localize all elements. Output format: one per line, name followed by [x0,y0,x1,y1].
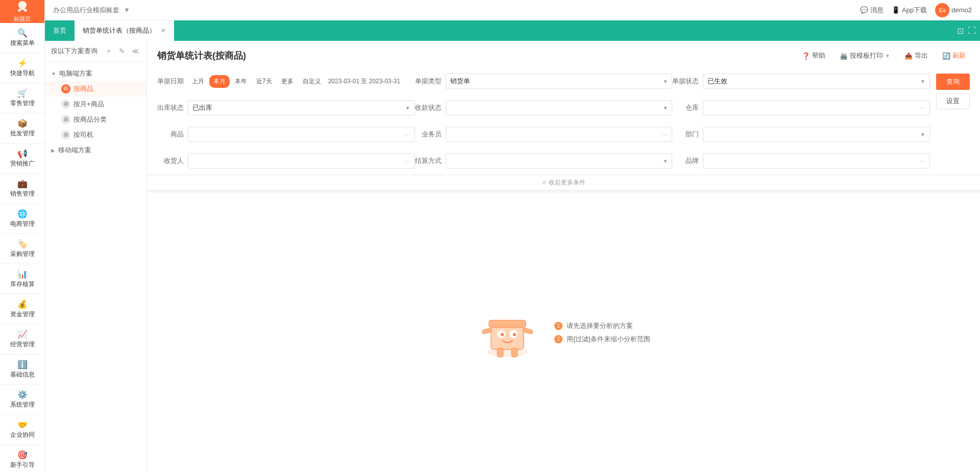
add-scheme-button[interactable]: ＋ [104,46,114,56]
tab-home[interactable]: 首页 [45,20,75,41]
sidebar-item-purchase[interactable]: 🏷️ 采购管理 [0,234,44,264]
filter-doc-type-input[interactable]: 销货单 ▼ [446,74,673,89]
sidebar-item-inventory[interactable]: 📊 库存核算 [0,264,44,294]
sidebar-item-wholesale-label: 批发管理 [2,129,42,138]
sidebar-item-enterprise[interactable]: 🤝 企业协同 [0,415,44,445]
filter-doc-type-label: 单据类型 [415,77,446,86]
sidebar-item-retail-label: 零售管理 [2,99,42,108]
edit-scheme-button[interactable]: ✎ [117,46,127,56]
query-button[interactable]: 查询 [936,74,970,90]
sidebar-item-ecommerce[interactable]: 🌐 电商管理 [0,204,44,234]
sidebar-item-retail[interactable]: 🛒 零售管理 [0,83,44,113]
print-button[interactable]: 🖨️ 按模板打印 ▼ [836,49,894,62]
filter-doc-type: 单据类型 销货单 ▼ [415,74,673,89]
date-btn-prev-month[interactable]: 上月 [188,75,208,88]
sidebar-item-ecommerce-label: 电商管理 [2,220,42,228]
tab-bar: 首页 销货单统计表（按商品） ✕ ⊡ ⛶ [45,20,980,41]
date-btn-7days[interactable]: 近7天 [252,75,276,88]
sidebar-item-marketing[interactable]: 📢 营销推广 [0,144,44,174]
tab-bar-actions: ⊡ ⛶ [957,20,980,41]
filter-date-label: 单据日期 [157,77,188,86]
tree-child-by-product[interactable]: 商 按商品 [45,81,146,97]
tab-minimize-icon[interactable]: ⊡ [957,26,964,36]
sidebar-item-newbie-label: 新手引导 [2,461,42,469]
tab-close-icon[interactable]: ✕ [161,27,166,34]
settings-button[interactable]: 设置 [936,93,970,109]
date-btn-more[interactable]: 更多 [277,75,298,88]
filter-out-status-label: 出库状态 [157,103,188,112]
tree-parent-mobile-label: 移动端方案 [58,146,91,155]
filter-pay-status-input[interactable]: ▼ [446,100,673,115]
left-panel: 按以下方案查询 ＋ ✎ ≪ ▼ 电脑端方案 商 按商品 同 [45,41,147,472]
workspace-name: 办公用品行业模拟账套 [53,6,119,15]
print-dropdown-icon: ▼ [885,53,890,59]
filter-date: 单据日期 上月 本月 本年 近7天 更多 自定义 2023-03-01 至 20… [157,75,415,88]
tree-child-by-driver[interactable]: 回 按司机 [45,127,146,143]
filter-recipient-input[interactable]: ··· [188,153,415,169]
svg-point-11 [513,333,516,336]
svg-rect-15 [511,348,518,357]
message-button[interactable]: 💬 消息 [860,6,884,15]
sidebar-item-operations[interactable]: 📈 经营管理 [0,324,44,355]
tab-report[interactable]: 销货单统计表（按商品） ✕ [75,20,174,41]
tree-icon-by-category: 回 [61,115,70,124]
filter-warehouse-input[interactable]: ··· [703,100,930,115]
sidebar-item-quicknav[interactable]: ⚡ 快捷导航 [0,53,44,83]
filter-doc-status-input[interactable]: 已生效 ▼ [703,74,930,89]
header-actions: 💬 消息 📱 App下载 Ea demo2 [860,3,972,17]
sidebar-item-finance-label: 资金管理 [2,310,42,319]
date-btn-this-year[interactable]: 本年 [231,75,251,88]
filter-staff-input[interactable]: ··· [446,127,673,142]
help-button[interactable]: ❓ 帮助 [798,49,829,62]
tree-parent-desktop[interactable]: ▼ 电脑端方案 [45,66,146,81]
filter-staff: 业务员 ··· [415,127,673,142]
collapse-label: 收起更多条件 [549,179,585,186]
filter-staff-label: 业务员 [415,130,446,139]
staff-dots-icon: ··· [662,130,668,138]
tree-child-by-product-label: 按商品 [74,84,93,93]
dept-dropdown-icon: ▼ [920,132,925,137]
sidebar-item-newbie[interactable]: 🎯 新手引导 [0,445,44,472]
collapse-icon: ∧ [542,179,547,186]
empty-state: 1 请先选择要分析的方案 2 用[过滤]条件来缩小分析范围 [147,193,980,472]
sidebar-item-sales[interactable]: 💼 销售管理 [0,174,44,204]
sidebar-item-basic[interactable]: ℹ️ 基础信息 [0,355,44,385]
tab-expand-icon[interactable]: ⛶ [968,26,976,35]
filter-product-input[interactable]: ··· [188,127,415,142]
svg-point-1 [18,9,21,12]
filter-row-3: 商品 ··· 业务员 ··· [157,127,930,142]
empty-illustration [477,301,538,364]
date-btn-custom[interactable]: 自定义 [299,75,325,88]
sidebar-item-wholesale[interactable]: 📦 批发管理 [0,113,44,144]
page-title-bar: 销货单统计表(按商品) ❓ 帮助 🖨️ 按模板打印 ▼ 📤 导出 [147,41,980,67]
app-download-button[interactable]: 📱 App下载 [892,6,927,15]
filter-settlement-input[interactable]: ▼ [446,153,673,169]
user-menu[interactable]: Ea demo2 [935,3,972,17]
logo-text: 标题页 [14,15,31,23]
refresh-button[interactable]: 🔄 刷新 [938,49,970,62]
tree-parent-mobile[interactable]: ▶ 移动端方案 [45,143,146,158]
hint-1-text: 请先选择要分析的方案 [567,321,633,331]
filter-row-4: 收货人 ··· 结算方式 ▼ [157,153,930,169]
sidebar-item-search[interactable]: 🔍 搜索菜单 [0,23,44,53]
svg-point-0 [18,1,27,9]
workspace-dropdown-icon[interactable]: ▼ [124,6,130,14]
tree-child-by-month-product[interactable]: 同 按月+商品 [45,97,146,112]
sidebar-item-inventory-label: 库存核算 [2,280,42,289]
logo[interactable]: 标题页 [0,0,45,23]
filter-brand-input[interactable]: ··· [703,153,930,169]
sidebar-item-finance[interactable]: 💰 资金管理 [0,294,44,324]
export-button[interactable]: 📤 导出 [900,49,932,62]
filter-out-status-input[interactable]: 已出库 ▼ [188,100,415,115]
filter-dept-input[interactable]: ▼ [703,127,930,142]
tree-child-by-category[interactable]: 回 按商品分类 [45,112,146,127]
filter-row-2: 出库状态 已出库 ▼ 收款状态 ▼ [157,100,930,115]
sidebar-item-system[interactable]: ⚙️ 系统管理 [0,385,44,415]
tree-parent-desktop-label: 电脑端方案 [59,69,92,78]
tab-home-label: 首页 [53,26,66,35]
doc-status-dropdown-icon: ▼ [920,79,925,84]
collapse-bar[interactable]: ∧ 收起更多条件 [147,175,980,191]
date-btn-this-month[interactable]: 本月 [209,75,230,88]
filter-row-1: 单据日期 上月 本月 本年 近7天 更多 自定义 2023-03-01 至 20… [157,74,930,89]
collapse-panel-button[interactable]: ≪ [130,46,140,56]
